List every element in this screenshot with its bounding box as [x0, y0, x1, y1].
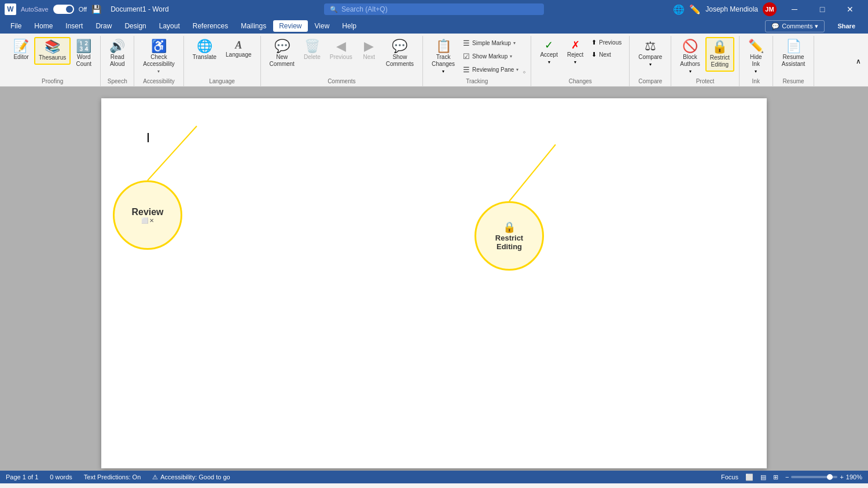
title-bar-left: W AutoSave Off 💾 Document1 - Word [5, 3, 169, 15]
window-controls: ─ □ ✕ [781, 0, 863, 19]
zoom-level: 190% [846, 474, 862, 480]
language-button[interactable]: A Language [222, 37, 256, 61]
block-authors-label: BlockAuthors [680, 54, 700, 68]
reject-icon: ✗ [571, 40, 580, 50]
ink-items: ✏️ HideInk ▾ [744, 37, 768, 77]
menu-review[interactable]: Review [273, 20, 307, 32]
page-info: Page 1 of 1 [6, 474, 38, 480]
reject-button[interactable]: ✗ Reject ▾ [563, 37, 587, 68]
comments-button[interactable]: 💬 Comments ▾ [765, 20, 825, 32]
zoom-slider[interactable] [791, 476, 837, 478]
user-avatar[interactable]: JM [763, 2, 777, 16]
simple-markup-label: Simple Markup [472, 40, 511, 46]
menu-mailings[interactable]: Mailings [235, 20, 272, 32]
thesaurus-icon: 📚 [45, 40, 60, 53]
ribbon-group-changes: ✓ Accept ▾ ✗ Reject ▾ ⬆ Previous ⬇ [531, 36, 630, 86]
status-bar-right: Focus ⬜ ▤ ⊞ − + 190% [721, 474, 862, 481]
search-bar[interactable]: 🔍 [324, 3, 544, 15]
word-logo: W [5, 3, 16, 15]
simple-markup-button[interactable]: ☰ Simple Markup ▾ [460, 37, 521, 49]
resume-assistant-button[interactable]: 📄 ResumeAssistant [778, 37, 810, 71]
reviewing-pane-caret: ▾ [516, 67, 518, 72]
language-label-group: Language [189, 78, 256, 86]
comments-icon: 💬 [771, 23, 779, 30]
view-normal-icon[interactable]: ⬜ [745, 474, 753, 481]
menu-insert[interactable]: Insert [60, 20, 89, 32]
resume-items: 📄 ResumeAssistant [778, 37, 810, 77]
word-count-label: WordCount [76, 54, 91, 68]
next-icon: ▶ [364, 40, 374, 53]
ribbon-collapse-icon[interactable]: ∧ [856, 57, 861, 65]
reject-caret: ▾ [574, 60, 576, 65]
compare-label-group: Compare [634, 78, 666, 86]
check-accessibility-button[interactable]: ♿ CheckAccessibility ▾ [139, 37, 178, 77]
zoom-minus-icon[interactable]: − [785, 474, 789, 480]
tracking-expand-icon[interactable]: ⬦ [523, 68, 526, 77]
ribbon-group-protect: 🚫 BlockAuthors ▾ 🔒 RestrictEditing Prote… [671, 36, 739, 86]
hide-ink-caret: ▾ [755, 69, 757, 74]
menu-references[interactable]: References [187, 20, 234, 32]
view-layout-icon[interactable]: ▤ [760, 474, 766, 481]
accessibility-check-icon: ⚠ [152, 474, 158, 481]
resume-assistant-label: ResumeAssistant [782, 54, 806, 68]
comments-group-label: Comments [266, 78, 418, 86]
menu-help[interactable]: Help [336, 20, 362, 32]
menu-layout[interactable]: Layout [153, 20, 186, 32]
changes-nav: ⬆ Previous ⬇ Next [589, 37, 624, 60]
ribbon-group-proofing: 📝 Editor 📚 Thesaurus 🔢 WordCount Proofin… [5, 36, 101, 86]
previous-button[interactable]: ◀ Previous [326, 37, 356, 64]
autosave-label: AutoSave [21, 6, 49, 13]
new-comment-button[interactable]: 💬 NewComment [266, 37, 299, 71]
hide-ink-button[interactable]: ✏️ HideInk ▾ [744, 37, 768, 77]
check-accessibility-label: CheckAccessibility [143, 54, 174, 68]
minimize-button[interactable]: ─ [781, 0, 808, 19]
read-aloud-icon: 🔊 [109, 40, 125, 53]
show-markup-button[interactable]: ☑ Show Markup ▾ [460, 50, 521, 62]
thesaurus-button[interactable]: 📚 Thesaurus [34, 37, 71, 65]
delete-label: Delete [304, 54, 321, 61]
document-page[interactable] [101, 98, 767, 468]
editor-button[interactable]: 📝 Editor [9, 37, 33, 64]
autosave-toggle[interactable] [53, 5, 74, 14]
focus-button[interactable]: Focus [721, 474, 738, 480]
ribbon-group-accessibility: ♿ CheckAccessibility ▾ Accessibility [134, 36, 183, 86]
ribbon-group-ink: ✏️ HideInk ▾ Ink [740, 36, 773, 86]
accept-caret: ▾ [548, 60, 550, 65]
restore-button[interactable]: □ [809, 0, 836, 19]
translate-button[interactable]: 🌐 Translate [189, 37, 220, 64]
reviewing-pane-button[interactable]: ☰ Reviewing Pane ▾ [460, 64, 521, 76]
title-bar: W AutoSave Off 💾 Document1 - Word 🔍 🌐 ✏️… [0, 0, 868, 19]
view-web-icon[interactable]: ⊞ [773, 474, 778, 481]
menu-design[interactable]: Design [119, 20, 152, 32]
changes-next-button[interactable]: ⬇ Next [589, 49, 624, 60]
delete-button[interactable]: 🗑️ Delete [300, 37, 325, 64]
next-button[interactable]: ▶ Next [358, 37, 381, 64]
menu-draw[interactable]: Draw [90, 20, 117, 32]
editor-label: Editor [13, 54, 28, 61]
ribbon-group-language: 🌐 Translate A Language Language [184, 36, 261, 86]
word-count-button[interactable]: 🔢 WordCount [72, 37, 95, 71]
share-button[interactable]: Share [829, 20, 863, 32]
accept-button[interactable]: ✓ Accept ▾ [536, 37, 562, 68]
menu-file[interactable]: File [5, 20, 27, 32]
show-comments-button[interactable]: 💬 ShowComments [382, 37, 418, 71]
close-button[interactable]: ✕ [837, 0, 863, 19]
proofing-label: Proofing [9, 78, 95, 86]
menu-bar: File Home Insert Draw Design Layout Refe… [0, 19, 868, 34]
search-input[interactable] [341, 5, 538, 13]
tracking-items: 📋 TrackChanges ▾ ☰ Simple Markup ▾ ☑ Sho… [428, 37, 526, 77]
restrict-editing-button[interactable]: 🔒 RestrictEditing [705, 37, 734, 72]
changes-previous-button[interactable]: ⬆ Previous [589, 37, 624, 48]
language-label: Language [226, 51, 252, 58]
menu-home[interactable]: Home [28, 20, 58, 32]
read-aloud-button[interactable]: 🔊 ReadAloud [105, 37, 129, 71]
block-authors-button[interactable]: 🚫 BlockAuthors ▾ [676, 37, 704, 77]
ribbon-group-comments: 💬 NewComment 🗑️ Delete ◀ Previous ▶ Next… [261, 36, 424, 86]
menu-view[interactable]: View [309, 20, 336, 32]
save-icon[interactable]: 💾 [91, 5, 101, 14]
new-comment-label: NewComment [270, 54, 295, 68]
title-bar-right: 🌐 ✏️ Joseph Mendiola JM ─ □ ✕ [673, 0, 863, 19]
zoom-plus-icon[interactable]: + [840, 474, 843, 480]
compare-button[interactable]: ⚖ Compare ▾ [634, 37, 666, 70]
track-changes-button[interactable]: 📋 TrackChanges ▾ [428, 37, 459, 77]
